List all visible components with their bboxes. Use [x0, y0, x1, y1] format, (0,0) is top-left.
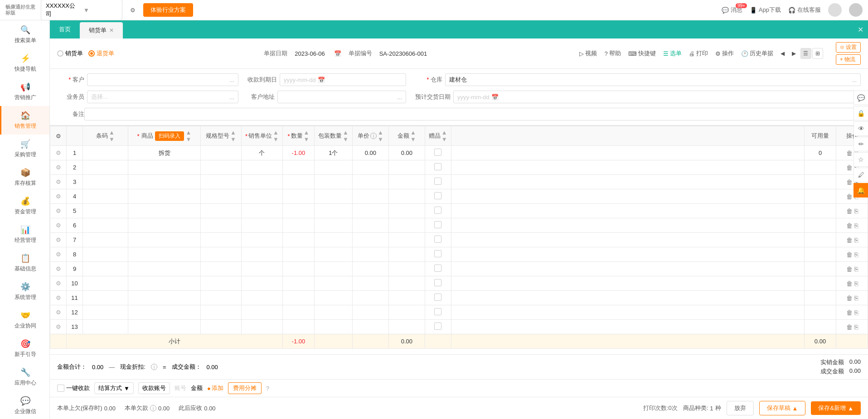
sidebar-item-search[interactable]: 🔍 搜索菜单 — [0, 20, 49, 49]
message-button[interactable]: 💬 消息 99+ — [722, 6, 742, 14]
delivery-calendar-icon[interactable]: 📅 — [491, 94, 499, 101]
nav-prev-button[interactable]: ◀ — [778, 49, 787, 58]
app-download-button[interactable]: 📱 App下载 — [750, 6, 781, 14]
delete-icon[interactable]: 🗑 — [846, 265, 853, 273]
th-qty[interactable]: * 数量 ▲▼ — [282, 126, 314, 146]
delivery-date-input[interactable]: yyyy-mm-dd 📅 — [453, 91, 861, 103]
th-product[interactable]: * 商品 扫码录入 ▲▼ — [128, 126, 201, 146]
th-settings[interactable]: ⚙ — [50, 126, 67, 146]
sidebar-item-purchase[interactable]: 🛒 采购管理 — [0, 135, 49, 163]
help-button[interactable]: ? 帮助 — [601, 48, 623, 58]
scan-button[interactable]: 扫码录入 — [155, 131, 184, 141]
copy-icon[interactable]: ⎘ — [854, 222, 858, 229]
settings-cell[interactable]: ⚙ — [50, 160, 67, 175]
tab-sales-order[interactable]: 销货单 ✕ — [80, 22, 123, 39]
copy-icon[interactable]: ⎘ — [854, 207, 858, 215]
sidebar-item-inventory[interactable]: 📦 库存核算 — [0, 163, 49, 192]
th-spec[interactable]: 规格型号 ▲▼ — [201, 126, 242, 146]
pay-method-selector[interactable]: 结算方式 ▼ — [94, 382, 134, 394]
add-payment-button[interactable]: ● 添加 — [207, 384, 223, 392]
checkbox[interactable] — [434, 178, 441, 185]
company-selector[interactable]: XXXXXX公司 ▼ — [41, 0, 122, 20]
checkbox[interactable] — [434, 308, 441, 315]
th-unit[interactable]: * 销售单位 ▲▼ — [242, 126, 283, 146]
copy-icon[interactable]: ⎘ — [854, 280, 858, 287]
payment-help-icon[interactable]: ? — [266, 385, 269, 392]
delete-icon[interactable]: 🗑 — [846, 222, 853, 229]
float-pen-button[interactable]: 🖊 — [853, 168, 868, 182]
calendar-icon[interactable]: 📅 — [334, 50, 341, 57]
checkbox[interactable] — [434, 294, 441, 301]
sidebar-item-operations[interactable]: 📊 经营管理 — [0, 220, 49, 249]
sidebar-item-shortcuts[interactable]: ⚡ 快捷导航 — [0, 49, 49, 77]
row1-unit[interactable]: 个 — [242, 146, 283, 160]
checkbox[interactable] — [434, 192, 441, 199]
checkbox[interactable] — [434, 323, 441, 330]
sidebar-item-system[interactable]: ⚙️ 系统管理 — [0, 277, 49, 306]
one-click-pay-checkbox[interactable]: 一键收款 — [57, 384, 90, 392]
sidebar-item-guide[interactable]: 🎯 新手引导 — [0, 334, 49, 363]
remark-input[interactable] — [84, 108, 861, 120]
delete-icon[interactable]: 🗑 — [846, 251, 853, 258]
float-eye-button[interactable]: 👁 — [853, 121, 868, 136]
salesperson-input[interactable]: 选择... ... — [87, 91, 238, 103]
row1-price[interactable]: 0.00 — [352, 146, 388, 160]
checkbox[interactable] — [434, 236, 441, 243]
delete-icon[interactable]: 🗑 — [846, 236, 853, 244]
checkbox[interactable] — [434, 250, 441, 257]
product-kind[interactable]: 商品种类: 1 种 — [683, 404, 721, 412]
row1-gift-checkbox[interactable] — [434, 149, 441, 156]
radio-sales[interactable]: 销货单 — [57, 49, 83, 58]
print-button[interactable]: 🖨 打印 — [686, 48, 711, 58]
payment-due-input[interactable]: yyyy-mm-dd 📅 — [280, 73, 406, 86]
float-chat-button[interactable]: 💬 — [853, 91, 868, 105]
logistics-button[interactable]: + 物流 — [836, 54, 861, 65]
sidebar-item-sales[interactable]: 🏠 销售管理 — [0, 106, 49, 135]
avatar-dropdown[interactable] — [849, 3, 863, 17]
tab-home[interactable]: 首页 — [50, 20, 80, 39]
row1-amount[interactable]: 0.00 — [388, 146, 425, 160]
one-click-checkbox[interactable] — [57, 385, 64, 392]
th-amount[interactable]: 金额 ▲▼ — [388, 126, 425, 146]
pay-account-input[interactable]: 收款账号 — [138, 382, 170, 394]
sidebar-item-wechat[interactable]: 💬 企业微信 — [0, 391, 49, 419]
float-edit-button[interactable]: ✏ — [853, 137, 868, 151]
sidebar-item-appstore[interactable]: 🔧 应用中心 — [0, 363, 49, 391]
row1-product[interactable]: 拆货 — [128, 146, 201, 160]
row1-barcode[interactable] — [83, 146, 128, 160]
copy-icon[interactable]: ⎘ — [854, 309, 858, 316]
checkbox[interactable] — [434, 265, 441, 272]
float-star-button[interactable]: ☆ — [853, 152, 868, 167]
delete-icon[interactable]: 🗑 — [846, 280, 853, 287]
select-order-button[interactable]: ☰ 选单 — [660, 48, 684, 58]
copy-icon[interactable]: ⎘ — [854, 236, 858, 244]
delete-icon[interactable]: 🗑 — [846, 178, 853, 186]
delete-icon[interactable]: 🗑 — [846, 207, 853, 215]
sidebar-item-basic[interactable]: 📋 基础信息 — [0, 249, 49, 277]
sidebar-item-marketing[interactable]: 📢 营销推广 — [0, 77, 49, 106]
history-button[interactable]: 🕐 历史单据 — [738, 48, 776, 58]
delete-icon[interactable]: 🗑 — [846, 193, 853, 200]
action-button[interactable]: ⚙ 操作 — [713, 48, 737, 58]
avatar[interactable] — [828, 3, 842, 17]
checkbox[interactable] — [434, 221, 441, 228]
copy-icon[interactable]: ⎘ — [854, 251, 858, 258]
debt-info-icon[interactable]: i — [150, 405, 156, 411]
payment-due-calendar-icon[interactable]: 📅 — [318, 77, 325, 83]
trial-button[interactable]: 体验行业方案 — [143, 3, 193, 17]
customer-addr-input[interactable]: ... — [277, 91, 406, 103]
tab-bar-close-icon[interactable]: ✕ — [858, 25, 863, 34]
discard-button[interactable]: 放弃 — [727, 401, 754, 415]
settings-icon[interactable]: ⚙ — [126, 3, 140, 17]
th-gift[interactable]: 赠品 ▲▼ — [425, 126, 451, 146]
th-pkg[interactable]: 包装数量 ▲▼ — [314, 126, 352, 146]
price-info-icon[interactable]: i — [370, 133, 377, 139]
online-service-button[interactable]: 🎧 在线客服 — [788, 6, 821, 14]
sidebar-item-finance[interactable]: 💰 资金管理 — [0, 192, 49, 220]
nav-next-button[interactable]: ▶ — [789, 49, 799, 58]
save-draft-button[interactable]: 保存草稿 ▲ — [759, 401, 806, 415]
fee-split-button[interactable]: 费用分摊 — [228, 382, 262, 394]
row1-qty[interactable]: -1.00 — [282, 146, 314, 160]
float-alert-button[interactable]: 🔔 — [853, 183, 868, 197]
row1-settings[interactable]: ⚙ — [50, 146, 67, 160]
